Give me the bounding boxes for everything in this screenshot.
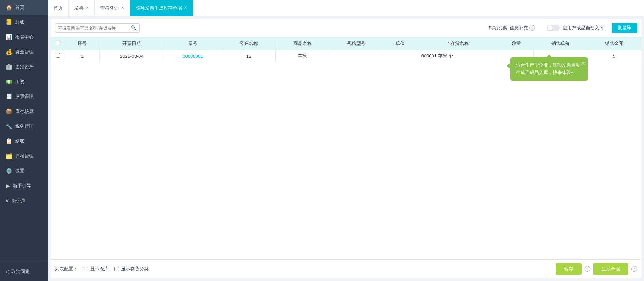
sidebar-bottom: ◁ 取消固定 <box>0 262 48 281</box>
main-content: 首页 发票 ✕ 查看凭证 ✕ 销项发票生成库存单据 ✕ 🔍 销项发票_信息补充 … <box>48 0 644 281</box>
guide-icon: ▶ <box>6 183 10 189</box>
generate-button[interactable]: 生成单据 <box>593 263 628 275</box>
undo-fixed-button[interactable]: ◁ 取消固定 <box>0 265 48 278</box>
inventory-icon: 📦 <box>6 108 12 115</box>
col-unit-price: 销售单价 <box>534 38 587 50</box>
col-number: 票号 <box>164 38 222 50</box>
toggle-area: 启用产成品自动入库 <box>547 25 604 31</box>
col-inventory: * 存货名称 <box>418 38 499 50</box>
sidebar: 🏠 首页 📒 总账 📊 报表中心 💰 资金管理 🏢 固定资产 💵 工资 🧾 发票… <box>0 0 48 281</box>
show-warehouse-checkbox[interactable] <box>84 267 88 271</box>
tab-home[interactable]: 首页 <box>48 0 69 16</box>
col-amount: 销售金额 <box>587 38 641 50</box>
show-category-checkbox[interactable] <box>114 267 119 271</box>
select-all-checkbox[interactable] <box>56 41 60 45</box>
col-spec: 规格型号 <box>329 38 383 50</box>
invoices-icon: 🧾 <box>6 93 12 100</box>
col-qty: 数量 <box>499 38 534 50</box>
show-category-checkbox-area: 显示存货分类 <box>114 266 149 272</box>
tooltip-close-button[interactable]: ✕ <box>581 59 585 67</box>
save-info-icon[interactable]: ? <box>585 266 590 272</box>
batch-button[interactable]: 批量导 <box>612 23 637 33</box>
sidebar-item-reports[interactable]: 📊 报表中心 <box>0 30 48 45</box>
sidebar-item-settings[interactable]: ⚙️ 设置 <box>0 164 48 178</box>
info-icon[interactable]: ? <box>529 25 535 31</box>
footer: 列表配置： 显示仓库 显示存货分类 暂存 ? 生成单据 ? <box>51 259 641 278</box>
col-date: 开票日期 <box>99 38 164 50</box>
ledger-icon: 📒 <box>6 19 12 25</box>
sidebar-item-fixed-assets[interactable]: 🏢 固定资产 <box>0 59 48 74</box>
col-seq: 序号 <box>65 38 100 50</box>
sidebar-item-vip[interactable]: V 畅会员 <box>0 193 48 208</box>
sidebar-item-funds[interactable]: 💰 资金管理 <box>0 45 48 59</box>
col-unit: 单位 <box>383 38 418 50</box>
page-content: 🔍 销项发票_信息补充 ? 启用产成品自动入库 批量导 <box>51 19 641 278</box>
toggle-knob <box>548 25 553 30</box>
tab-voucher[interactable]: 查看凭证 ✕ <box>95 0 130 16</box>
tooltip-bubble: ✕ 适合生产型企业，销项发票自动生成产成品入库，快来体验~ <box>510 57 588 81</box>
home-icon: 🏠 <box>6 4 12 11</box>
col-customer: 客户名称 <box>222 38 276 50</box>
sidebar-item-ledger[interactable]: 📒 总账 <box>0 15 48 30</box>
row-date: 2023-03-04 <box>99 50 164 62</box>
undo-fixed-icon: ◁ <box>6 269 9 274</box>
tab-voucher-close[interactable]: ✕ <box>121 6 124 10</box>
search-box[interactable]: 🔍 <box>55 23 140 33</box>
col-checkbox <box>51 38 65 50</box>
row-unit <box>383 50 418 62</box>
settings-icon: ⚙️ <box>6 168 12 174</box>
sidebar-item-wages[interactable]: 💵 工资 <box>0 74 48 89</box>
sidebar-item-invoices[interactable]: 🧾 发票管理 <box>0 89 48 104</box>
save-button[interactable]: 暂存 <box>556 263 582 275</box>
row-number[interactable]: 00000001 <box>164 50 222 62</box>
auto-warehouse-toggle[interactable] <box>547 25 560 31</box>
sidebar-item-tax[interactable]: 🔧 税务管理 <box>0 119 48 134</box>
search-input[interactable] <box>58 25 128 30</box>
tab-inventory-doc[interactable]: 销项发票生成库存单据 ✕ <box>130 0 193 16</box>
row-checkbox-cell <box>51 50 65 62</box>
settlement-icon: 📋 <box>6 138 12 144</box>
archive-icon: 🗂️ <box>6 153 12 159</box>
tab-invoice-close[interactable]: ✕ <box>86 6 89 10</box>
info-label: 销项发票_信息补充 ? <box>489 25 535 31</box>
sidebar-item-guide[interactable]: ▶ 新手引导 <box>0 178 48 193</box>
row-product: 苹果 <box>276 50 329 62</box>
sidebar-item-settlement[interactable]: 📋 结账 <box>0 134 48 149</box>
row-spec <box>329 50 383 62</box>
sidebar-item-home[interactable]: 🏠 首页 <box>0 0 48 15</box>
col-product: 商品名称 <box>276 38 329 50</box>
tab-inventory-doc-close[interactable]: ✕ <box>184 6 187 10</box>
funds-icon: 💰 <box>6 49 12 55</box>
tab-bar: 首页 发票 ✕ 查看凭证 ✕ 销项发票生成库存单据 ✕ <box>48 0 644 16</box>
row-checkbox[interactable] <box>56 53 60 58</box>
generate-info-icon[interactable]: ? <box>631 266 637 272</box>
row-seq: 1 <box>65 50 100 62</box>
fixed-assets-icon: 🏢 <box>6 64 12 70</box>
tab-invoice[interactable]: 发票 ✕ <box>69 0 95 16</box>
tooltip-pointer <box>507 63 510 69</box>
sidebar-item-inventory[interactable]: 📦 库存核算 <box>0 104 48 119</box>
wages-icon: 💵 <box>6 79 12 85</box>
sidebar-item-archive[interactable]: 🗂️ 归档管理 <box>0 149 48 164</box>
row-amount: 5 <box>587 50 641 62</box>
footer-buttons: 暂存 ? 生成单据 ? <box>556 263 637 275</box>
show-warehouse-checkbox-area: 显示仓库 <box>84 266 109 272</box>
reports-icon: 📊 <box>6 34 12 40</box>
vip-icon: V <box>6 198 9 203</box>
toolbar: 🔍 销项发票_信息补充 ? 启用产成品自动入库 批量导 <box>51 19 641 37</box>
row-customer: 12 <box>222 50 276 62</box>
row-inventory[interactable]: 000001 苹果 个 <box>418 50 499 62</box>
tax-icon: 🔧 <box>6 123 12 130</box>
search-icon: 🔍 <box>131 25 137 31</box>
